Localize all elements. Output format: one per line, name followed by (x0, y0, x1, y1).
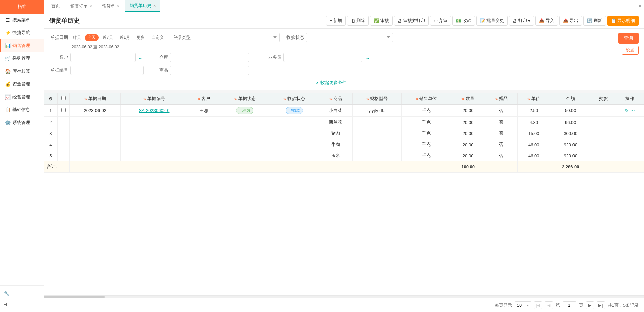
audit-button[interactable]: ✅ 审核 (370, 16, 393, 26)
row-number (121, 150, 188, 161)
batch-change-button[interactable]: 📝 批量变更 (476, 16, 508, 26)
customer-input[interactable] (70, 53, 136, 62)
th-date[interactable]: ⇅ 单据日期 (69, 93, 121, 105)
sidebar-item-sales-mgmt[interactable]: 📊 销售管理 (0, 39, 44, 52)
row-gift: 否 (485, 105, 517, 117)
goods-ellipsis[interactable]: ... (251, 67, 257, 73)
th-customer[interactable]: ⇅ 客户 (188, 93, 220, 105)
warehouse-ellipsis[interactable]: ... (251, 54, 257, 60)
doc-number-input[interactable] (70, 66, 144, 75)
tab-sales-history-close[interactable]: × (153, 4, 156, 8)
prev-page-button[interactable]: ◀ (545, 301, 553, 309)
sidebar: 拓维 ☰ 搜索菜单 ⚡ 快捷导航 📊 销售管理 🛒 采购管理 🏠 库存核算 💰 … (0, 0, 44, 312)
row-checkbox[interactable] (57, 105, 69, 117)
th-spec[interactable]: ⇅ 规格型号 (352, 93, 401, 105)
row-qty: 20.00 (451, 117, 485, 128)
th-qty[interactable]: ⇅ 数量 (451, 93, 485, 105)
tab-sales-history[interactable]: 销货单历史 × (125, 0, 160, 12)
date-tab-more[interactable]: 更多 (134, 34, 147, 41)
page-number-input[interactable] (563, 301, 576, 309)
sidebar-bottom-collapse[interactable]: ◀ (0, 299, 44, 309)
settings-filter-button[interactable]: 设置 (622, 46, 639, 55)
salesman-ellipsis[interactable]: ... (364, 54, 370, 60)
first-page-button[interactable]: |◀ (534, 301, 542, 309)
th-number[interactable]: ⇅ 单据编号 (121, 93, 188, 105)
th-checkbox[interactable] (57, 93, 69, 105)
salesman-input[interactable] (283, 53, 362, 62)
sidebar-item-system[interactable]: ⚙️ 系统管理 (0, 116, 44, 129)
row-qty: 20.00 (451, 105, 485, 117)
horizontal-scrollbar[interactable] (44, 295, 644, 298)
gear-icon[interactable]: ⚙ (49, 96, 53, 101)
tab-sales-order-close[interactable]: × (90, 4, 92, 8)
query-button[interactable]: 查询 (618, 33, 639, 44)
sort-gift-icon: ⇅ (495, 97, 498, 101)
sidebar-item-search-menu[interactable]: ☰ 搜索菜单 (0, 14, 44, 26)
row-checkbox[interactable] (57, 128, 69, 139)
edit-icon[interactable]: ✎ (625, 108, 629, 113)
system-icon: ⚙️ (5, 120, 10, 125)
page-size-select[interactable]: 20 50 100 200 (515, 301, 531, 309)
row-checkbox[interactable] (57, 139, 69, 150)
row-spec (352, 139, 401, 150)
row-spec: tyjyjtyjdf... (352, 105, 401, 117)
row-collect-status (270, 139, 319, 150)
warehouse-input[interactable] (170, 53, 249, 62)
goods-input[interactable] (170, 66, 249, 75)
row-checkbox[interactable] (57, 150, 69, 161)
close-all-tabs[interactable]: × (639, 3, 641, 9)
customer-ellipsis[interactable]: ... (138, 54, 144, 60)
sidebar-item-quick-nav[interactable]: ⚡ 快捷导航 (0, 26, 44, 39)
refresh-button[interactable]: 🔄 刷新 (583, 16, 606, 26)
doc-type-select[interactable] (193, 33, 280, 42)
collect-button[interactable]: 💵 收款 (452, 16, 475, 26)
collapse-filter-button[interactable]: ∧ 收起更多条件 (49, 78, 613, 86)
show-detail-button[interactable]: 📋 显示明细 (607, 16, 639, 26)
tab-home[interactable]: 首页 (47, 0, 65, 12)
sidebar-item-purchase-mgmt[interactable]: 🛒 采购管理 (0, 52, 44, 65)
sidebar-item-operations[interactable]: 📈 经营管理 (0, 90, 44, 103)
sidebar-item-basic-info[interactable]: 📋 基础信息 (0, 103, 44, 116)
delete-button[interactable]: 🗑 删除 (347, 16, 369, 26)
th-price[interactable]: ⇅ 单价 (517, 93, 550, 105)
sidebar-item-inventory[interactable]: 🏠 库存核算 (0, 65, 44, 78)
date-tab-1month[interactable]: 近1月 (117, 34, 133, 41)
row-number[interactable]: SA-20230602-0 (121, 105, 188, 117)
page-size-label: 每页显示 (495, 302, 512, 308)
th-unit[interactable]: ⇅ 销售单位 (402, 93, 451, 105)
collect-status-select[interactable] (306, 33, 393, 42)
select-all-checkbox[interactable] (61, 96, 66, 100)
th-goods[interactable]: ⇅ 商品 (319, 93, 352, 105)
export-button[interactable]: 📤 导出 (559, 16, 582, 26)
warehouse-filter: 仓库 ... (149, 53, 257, 62)
collect-status-filter: 收款状态 (285, 33, 393, 42)
date-tab-7days[interactable]: 近7天 (100, 34, 116, 41)
abandon-button[interactable]: ↩ 弃审 (430, 16, 451, 26)
audit-print-button[interactable]: 🖨 审核并打印 (394, 16, 429, 26)
th-collect-status[interactable]: ⇅ 收款状态 (270, 93, 319, 105)
row-date (69, 139, 121, 150)
tab-sales-order[interactable]: 销售订单 × (65, 0, 96, 12)
print-button[interactable]: 🖨 打印 ▾ (509, 16, 534, 26)
th-doc-status[interactable]: ⇅ 单据状态 (220, 93, 270, 105)
next-page-button[interactable]: ▶ (586, 301, 594, 309)
new-button[interactable]: + 新增 (326, 16, 346, 26)
import-button[interactable]: 📥 导入 (535, 16, 558, 26)
sidebar-item-finance[interactable]: 💰 资金管理 (0, 78, 44, 90)
tab-sales-goods-close[interactable]: × (117, 4, 119, 8)
data-table-container[interactable]: ⚙ ⇅ 单据日期 ⇅ 单据编号 (44, 93, 644, 295)
scrollbar-thumb[interactable] (44, 296, 105, 298)
row-gift: 否 (485, 117, 517, 128)
row-checkbox[interactable] (57, 117, 69, 128)
last-page-button[interactable]: ▶| (597, 301, 605, 309)
th-gear[interactable]: ⚙ (44, 93, 57, 105)
more-icon[interactable]: ⋯ (630, 108, 635, 113)
sidebar-bottom-settings[interactable]: 🔧 (0, 288, 44, 299)
row-gift: 否 (485, 139, 517, 150)
row-amount: 96.00 (550, 117, 591, 128)
th-gift[interactable]: ⇅ 赠品 (485, 93, 517, 105)
date-tab-custom[interactable]: 自定义 (149, 34, 166, 41)
date-tab-today[interactable]: 今天 (85, 34, 99, 41)
tab-sales-goods[interactable]: 销货单 × (97, 0, 124, 12)
date-tab-yesterday[interactable]: 昨天 (70, 34, 84, 41)
